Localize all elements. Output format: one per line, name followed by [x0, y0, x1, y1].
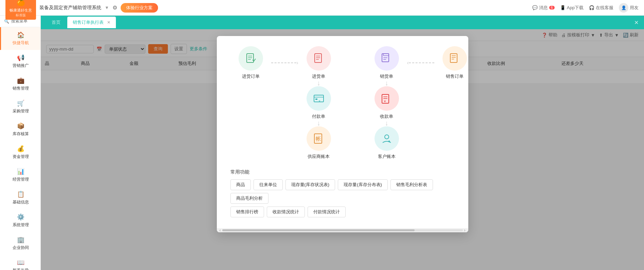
sidebar-item-label: 快捷导航 — [13, 40, 29, 46]
receipt-bill-icon: ¥ — [381, 92, 393, 105]
flow-node-sales-bill[interactable]: 销货单 — [375, 46, 399, 79]
settings-icon[interactable]: ⚙ — [112, 4, 117, 11]
func-btn-sales-ranking[interactable]: 销售排行榜 — [230, 206, 264, 217]
flow-diagram: 进货订单 › — [230, 46, 455, 160]
sidebar-item-finance[interactable]: 💰 资金管理 — [0, 141, 40, 164]
sidebar-item-system[interactable]: ⚙️ 系统管理 — [0, 209, 40, 232]
sidebar-item-quick-nav[interactable]: 🏠 快捷导航 — [0, 27, 40, 50]
scrollbar-track[interactable] — [222, 229, 463, 231]
func-btn-sales-margin[interactable]: 销售毛利分析表 — [390, 179, 433, 190]
dropdown-icon[interactable]: ▼ — [105, 5, 109, 10]
flow-node-receipt-bill[interactable]: ¥ 收款单 — [375, 86, 399, 120]
flow-node-purchase-bill[interactable]: 进货单 — [307, 46, 331, 79]
modal-scrollbar: ‹ › — [217, 228, 468, 232]
app-logo: 🍊 畅康通好生意 标准版 — [5, 0, 36, 20]
purchase-order-icon — [245, 52, 257, 65]
flow-node-supplier-ledger[interactable]: 帐 供应商账本 — [307, 126, 331, 160]
sidebar-item-marketing[interactable]: 📢 营销推广 — [0, 50, 40, 73]
message-badge: 6 — [549, 6, 555, 10]
modal-overlay: 进货订单 › — [41, 29, 644, 270]
top-header: 🍊 畅康通好生意 标准版 装备及固定资产辅助管理系统 ▼ ⚙ 体验行业方案 💬 … — [0, 0, 644, 16]
purchase-order-node[interactable] — [239, 46, 263, 71]
purchase-bill-node[interactable] — [307, 46, 331, 71]
func-btn-contacts[interactable]: 往来单位 — [254, 179, 283, 190]
online-service-label: 在线客服 — [596, 5, 613, 11]
scroll-right-icon[interactable]: › — [463, 228, 467, 232]
logo-text: 畅康通好生意 — [8, 8, 33, 13]
arrow-h-2: ‹ — [407, 60, 434, 66]
sidebar-item-label: 销售管理 — [13, 86, 29, 91]
payment-bill-node[interactable]: ¥ — [307, 86, 331, 111]
system-title: 装备及固定资产辅助管理系统 — [39, 5, 101, 11]
logo-sub: 标准版 — [8, 13, 33, 18]
customer-ledger-icon — [381, 132, 393, 145]
finance-icon: 💰 — [17, 145, 24, 152]
func-btn-row-1: 商品 往来单位 现存量(库存状况表) 现存量(库存分布表) 销售毛利分析表 商品… — [230, 179, 455, 204]
sidebar-item-inventory[interactable]: 📦 库存核算 — [0, 118, 40, 141]
newbie-icon: 📖 — [17, 259, 24, 266]
sidebar-item-basic-info[interactable]: 📋 基础信息 — [0, 186, 40, 209]
flow-node-payment-bill[interactable]: ¥ 付款单 — [307, 86, 331, 120]
content-area: 首页 销售订单执行表 ✕ ✕ ❓ 帮助 🖨 按模板打印 ▼ — [41, 16, 644, 270]
supplier-ledger-node[interactable]: 帐 — [307, 126, 331, 151]
func-btn-row-2: 销售排行榜 收款情况统计 付款情况统计 — [230, 206, 455, 217]
scrollbar-thumb[interactable] — [222, 229, 415, 231]
flow-node-purchase-order[interactable]: 进货订单 — [239, 46, 263, 79]
flow-node-sales-order[interactable]: 销售订单 — [442, 46, 467, 79]
sidebar-item-sales[interactable]: 💼 销售管理 — [0, 73, 40, 95]
sidebar-item-purchase[interactable]: 🛒 采购管理 — [0, 95, 40, 118]
sidebar: 🔍 搜索菜单 🏠 快捷导航 📢 营销推广 💼 销售管理 🛒 采购管理 📦 库存核… — [0, 16, 41, 270]
sales-bill-node[interactable] — [375, 46, 399, 71]
svg-text:¥: ¥ — [318, 100, 320, 103]
svg-rect-4 — [315, 54, 321, 62]
sales-order-node[interactable] — [442, 46, 467, 71]
app-download-icon: 📱 — [560, 5, 565, 10]
sidebar-item-operations[interactable]: 📊 经营管理 — [0, 164, 40, 186]
svg-text:¥: ¥ — [384, 100, 386, 103]
arrow-down-sales-bill: ↓ — [385, 79, 388, 87]
sales-icon: 💼 — [17, 77, 24, 84]
app-download-label: App下载 — [567, 5, 584, 11]
flow-node-customer-ledger[interactable]: 客户账本 — [375, 126, 399, 160]
customer-ledger-node[interactable] — [375, 126, 399, 151]
purchase-bill-label: 进货单 — [312, 73, 325, 79]
svg-rect-0 — [247, 54, 254, 62]
header-right: 💬 消息 6 📱 App下载 🎧 在线客服 👤 用友 — [532, 3, 639, 13]
arrow-down-receipt: ↓ — [385, 119, 388, 127]
common-functions-title: 常用功能 — [230, 169, 455, 175]
purchase-bill-icon — [313, 52, 325, 65]
svg-text:帐: 帐 — [316, 136, 321, 142]
window-close-icon[interactable]: ✕ — [634, 19, 639, 26]
online-service-action[interactable]: 🎧 在线客服 — [589, 5, 613, 11]
func-btn-receipt-stats[interactable]: 收款情况统计 — [267, 206, 305, 217]
user-action[interactable]: 👤 用友 — [619, 3, 639, 13]
purchase-order-label: 进货订单 — [242, 73, 260, 79]
sidebar-item-label: 基础信息 — [13, 199, 29, 205]
svg-rect-12 — [450, 54, 457, 62]
func-btn-stock-status[interactable]: 现存量(库存状况表) — [285, 179, 335, 190]
main-layout: 🔍 搜索菜单 🏠 快捷导航 📢 营销推广 💼 销售管理 🛒 采购管理 📦 库存核… — [0, 16, 644, 270]
inventory-icon: 📦 — [17, 122, 24, 130]
supplier-ledger-label: 供应商账本 — [308, 154, 330, 160]
trial-button[interactable]: 体验行业方案 — [121, 3, 158, 13]
sales-bill-label: 销货单 — [380, 73, 393, 79]
sidebar-item-label: 库存核算 — [13, 131, 29, 137]
header-left: 🍊 畅康通好生意 标准版 装备及固定资产辅助管理系统 ▼ ⚙ 体验行业方案 — [5, 0, 158, 20]
sales-order-icon — [449, 52, 461, 65]
sidebar-item-label: 系统管理 — [13, 222, 29, 228]
func-btn-product[interactable]: 商品 — [230, 179, 251, 190]
sidebar-item-label: 营销推广 — [13, 63, 29, 69]
sidebar-item-newbie[interactable]: 📖 新手引导 — [0, 255, 40, 270]
func-btn-stock-dist[interactable]: 现存量(库存分布表) — [338, 179, 388, 190]
logo-icon: 🍊 — [8, 0, 33, 7]
scroll-left-icon[interactable]: ‹ — [218, 228, 222, 232]
message-label: 消息 — [539, 5, 548, 11]
tab-close-icon[interactable]: ✕ — [107, 20, 110, 25]
svg-rect-18 — [315, 98, 317, 100]
func-btn-product-margin[interactable]: 商品毛利分析 — [230, 193, 268, 204]
func-btn-payment-stats[interactable]: 付款情况统计 — [308, 206, 346, 217]
message-action[interactable]: 💬 消息 6 — [532, 5, 555, 11]
receipt-bill-node[interactable]: ¥ — [375, 86, 399, 111]
sidebar-item-enterprise[interactable]: 🏢 企业协同 — [0, 232, 40, 255]
app-download-action[interactable]: 📱 App下载 — [560, 5, 584, 11]
